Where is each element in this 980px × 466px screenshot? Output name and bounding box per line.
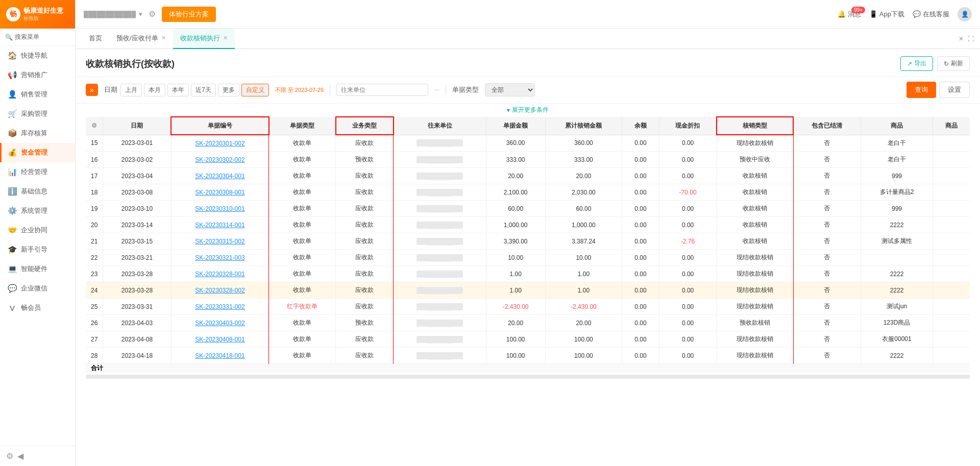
tab-home[interactable]: 首页	[82, 29, 109, 49]
trial-button[interactable]: 体验行业方案	[162, 7, 216, 22]
cell-bill-no[interactable]: SK-20230308-001	[171, 184, 269, 201]
cell-num: 23	[86, 266, 103, 282]
cell-biz-type: 应收款	[336, 184, 394, 201]
sidebar-item-label: 资金管理	[21, 148, 47, 157]
sidebar-item-inventory[interactable]: 📦 库存核算	[0, 124, 75, 143]
filter-more-icon[interactable]: ···	[434, 86, 439, 93]
filter-date-last-month[interactable]: 上月	[120, 84, 142, 96]
cell-bill-no[interactable]: SK-20230314-001	[171, 217, 269, 233]
cell-included: 否	[793, 348, 861, 364]
sidebar-search-label: 搜索菜单	[15, 33, 39, 41]
cell-bill-no[interactable]: SK-20230328-001	[171, 266, 269, 282]
cell-bill-no[interactable]: SK-20230331-002	[171, 299, 269, 315]
tab-receipt-close-icon[interactable]: ✕	[223, 35, 228, 41]
notification-button[interactable]: 🔔 消息 99+	[838, 10, 861, 19]
sidebar-item-shortcut[interactable]: 🏠 快捷导航	[0, 46, 75, 65]
cell-partner: ██████	[394, 168, 486, 184]
cell-bill-no[interactable]: SK-20230321-003	[171, 250, 269, 266]
refresh-button[interactable]: ↻ 刷新	[937, 56, 970, 71]
sidebar-item-guide[interactable]: 🎓 新手引导	[0, 240, 75, 259]
settings-button[interactable]: 设置	[939, 82, 970, 98]
cell-cash-discount: 0.00	[659, 266, 716, 282]
cell-partner: ██████	[394, 135, 486, 152]
export-icon: ↗	[907, 60, 912, 67]
sidebar-item-system[interactable]: ⚙️ 系统管理	[0, 201, 75, 220]
filter-date-this-year[interactable]: 本年	[167, 84, 189, 96]
cell-balance: 0.00	[622, 184, 659, 201]
filter-date-label: 日期	[104, 85, 117, 94]
settings-icon[interactable]: ⚙	[6, 451, 13, 461]
cell-bill-no[interactable]: SK-20230315-002	[171, 233, 269, 250]
expand-more-conditions[interactable]: ▾ 展开更多条件	[76, 104, 980, 116]
capital-icon: 💰	[8, 148, 17, 157]
topbar-gear-icon[interactable]: ⚙	[149, 9, 156, 19]
tab-receipt[interactable]: 收款核销执行 ✕	[173, 29, 235, 49]
cell-biz-type: 应收款	[336, 135, 394, 152]
app-download-button[interactable]: 📱 App下载	[869, 10, 904, 19]
sidebar-item-capital[interactable]: 💰 资金管理	[0, 143, 75, 162]
tab-fullscreen-icon[interactable]: ⛶	[968, 35, 974, 42]
cell-bill-no[interactable]: SK-20230304-001	[171, 168, 269, 184]
cell-bill-type: 收款单	[269, 250, 336, 266]
cell-amount: 3,390.00	[486, 233, 545, 250]
cell-included: 否	[793, 250, 861, 266]
sidebar-item-purchase[interactable]: 🛒 采购管理	[0, 104, 75, 124]
sidebar-item-marketing[interactable]: 📢 营销推广	[0, 65, 75, 85]
cell-bill-no[interactable]: SK-20230403-002	[171, 315, 269, 331]
cell-bill-no[interactable]: SK-20230302-002	[171, 152, 269, 168]
sidebar-item-wechat[interactable]: 💬 企业微信	[0, 279, 75, 298]
cell-bill-no[interactable]: SK-20230328-002	[171, 282, 269, 299]
tab-prepay[interactable]: 预收/应收付单 ✕	[109, 29, 173, 49]
query-button[interactable]: 查询	[906, 82, 936, 98]
export-button[interactable]: ↗ 导出	[900, 56, 933, 71]
online-service-button[interactable]: 💬 在线客服	[913, 10, 949, 19]
cell-bill-no[interactable]: SK-20230408-001	[171, 331, 269, 348]
bill-type-select[interactable]: 全部 收款单 红字收款单	[485, 83, 535, 96]
cell-bill-no[interactable]: SK-20230301-002	[171, 135, 269, 152]
cell-accum-amount: 1,000.00	[545, 217, 622, 233]
tab-close-all-icon[interactable]: ✕	[959, 35, 964, 42]
sidebar-item-member[interactable]: V 畅会员	[0, 298, 75, 317]
filter-date-7days[interactable]: 近7天	[191, 84, 216, 96]
cell-amount: 60.00	[486, 201, 545, 217]
filter-date-custom[interactable]: 自定义	[241, 84, 269, 96]
cell-accum-amount: 1.00	[545, 282, 622, 299]
filter-divider	[330, 85, 330, 95]
online-service-label: 在线客服	[923, 10, 949, 19]
sidebar-item-label: 经营管理	[21, 167, 47, 177]
cell-bill-no[interactable]: SK-20230310-001	[171, 201, 269, 217]
cell-date: 2023-03-08	[103, 184, 171, 201]
sidebar-search[interactable]: 🔍 搜索菜单	[0, 29, 75, 46]
filter-date-more[interactable]: 更多	[218, 84, 239, 96]
filter-date-this-month[interactable]: 本月	[144, 84, 165, 96]
partner-input[interactable]	[336, 84, 428, 96]
cell-cash-discount: -2.76	[659, 233, 716, 250]
cell-amount: 2,100.00	[486, 184, 545, 201]
col-biz-type: 业务类型	[336, 117, 394, 135]
sidebar-item-collab[interactable]: 🤝 企业协同	[0, 220, 75, 240]
cell-partner: ██████	[394, 217, 486, 233]
cell-goods2	[933, 184, 970, 201]
cell-accum-amount: -2,430.00	[545, 299, 622, 315]
table-scroll-bar[interactable]	[86, 375, 970, 379]
cell-amount: 360.00	[486, 135, 545, 152]
topbar-dropdown-icon[interactable]: ▾	[139, 10, 142, 18]
col-settings-icon[interactable]: ⚙	[86, 117, 103, 135]
cell-bill-no[interactable]: SK-20230418-001	[171, 348, 269, 364]
cell-cash-discount: 0.00	[659, 331, 716, 348]
sidebar-item-operation[interactable]: 📊 经营管理	[0, 162, 75, 182]
collapse-icon[interactable]: ◀	[17, 451, 23, 461]
user-avatar[interactable]: 👤	[958, 7, 972, 21]
cell-cash-discount: -70.00	[659, 184, 716, 201]
cell-num: 28	[86, 348, 103, 364]
sidebar-item-label: 营销推广	[21, 70, 47, 80]
filter-date-group: 日期 上月 本月 本年 近7天 更多 自定义	[104, 84, 269, 96]
sidebar-item-sales[interactable]: 👤 销售管理	[0, 85, 75, 104]
sidebar-item-hardware[interactable]: 💻 智能硬件	[0, 259, 75, 279]
tab-prepay-close-icon[interactable]: ✕	[161, 35, 166, 41]
filter-expand-button[interactable]: »	[86, 84, 98, 96]
table-row: 25 2023-03-31 SK-20230331-002 红字收款单 应收款 …	[86, 299, 970, 315]
cell-amount: 333.00	[486, 152, 545, 168]
sidebar-item-basic[interactable]: ℹ️ 基础信息	[0, 182, 75, 201]
page-header: 收款核销执行(按收款) ↗ 导出 ↻ 刷新	[76, 49, 980, 77]
